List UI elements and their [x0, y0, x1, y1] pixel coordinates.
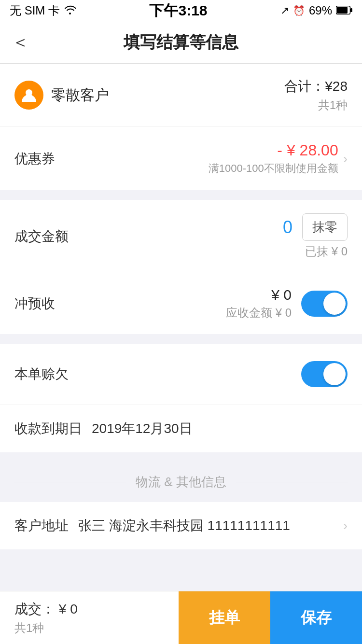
wifi-icon: [64, 4, 76, 17]
status-time: 下午3:18: [149, 1, 207, 21]
prereceive-amounts: ¥ 0 应收金额 ¥ 0: [226, 287, 292, 321]
location-icon: ↗: [280, 4, 289, 17]
debt-section: 本单赊欠 收款到期日 2019年12月30日: [0, 344, 362, 452]
debt-label: 本单赊欠: [14, 365, 69, 383]
alarm-icon: ⏰: [293, 5, 305, 16]
prereceive-right: ¥ 0 应收金额 ¥ 0: [226, 287, 348, 321]
customer-row: 零散客户 合计：¥28 共1种: [0, 64, 362, 126]
round-off-button[interactable]: 抹零: [302, 213, 348, 241]
already-off-text: 已抹 ¥ 0: [254, 244, 348, 259]
bottom-transaction: 成交： ¥ 0: [14, 600, 164, 618]
customer-card: 零散客户 合计：¥28 共1种 优惠券 - ¥ 28.00 满1000-100不…: [0, 64, 362, 190]
bottom-transaction-value: ¥ 0: [59, 602, 78, 616]
content: 零散客户 合计：¥28 共1种 优惠券 - ¥ 28.00 满1000-100不…: [0, 64, 362, 617]
avatar: [14, 81, 43, 110]
debt-toggle-knob: [323, 363, 346, 385]
status-left: 无 SIM 卡: [10, 3, 76, 18]
svg-rect-1: [350, 8, 352, 12]
coupon-row[interactable]: 优惠券 - ¥ 28.00 满1000-100不限制使用金额 ›: [0, 126, 362, 190]
debt-toggle[interactable]: [301, 361, 348, 387]
transaction-input[interactable]: [254, 217, 292, 238]
transaction-row: 成交金额 抹零 已抹 ¥ 0: [0, 200, 362, 273]
battery-percent: 69%: [309, 4, 332, 17]
address-label: 客户地址: [14, 517, 69, 535]
bottom-bar: 成交： ¥ 0 共1种 挂单 保存: [0, 591, 362, 644]
no-sim-text: 无 SIM 卡: [10, 3, 60, 18]
prereceive-row: 冲预收 ¥ 0 应收金额 ¥ 0: [0, 273, 362, 334]
svg-rect-2: [337, 7, 348, 14]
logistics-label: 物流 & 其他信息: [136, 474, 226, 490]
prereceive-main: ¥ 0: [226, 287, 292, 303]
duedate-row: 收款到期日 2019年12月30日: [0, 405, 362, 452]
transaction-label: 成交金额: [14, 227, 69, 246]
chevron-right-icon: ›: [343, 151, 348, 167]
logistics-divider: 物流 & 其他信息: [0, 462, 362, 502]
status-bar: 无 SIM 卡 下午3:18 ↗ ⏰ 69%: [0, 0, 362, 21]
hold-button[interactable]: 挂单: [179, 591, 270, 644]
address-chevron-icon: ›: [343, 518, 348, 533]
customer-summary: 合计：¥28 共1种: [284, 77, 348, 113]
bottom-info: 成交： ¥ 0 共1种: [0, 600, 179, 636]
coupon-label: 优惠券: [14, 150, 55, 168]
save-button[interactable]: 保存: [270, 591, 362, 644]
duedate-value: 2019年12月30日: [92, 420, 193, 438]
prereceive-toggle[interactable]: [301, 291, 348, 317]
coupon-discount: - ¥ 28.00: [209, 141, 338, 159]
customer-count: 共1种: [284, 98, 348, 113]
toggle-knob: [323, 293, 346, 315]
back-button[interactable]: ＜: [12, 30, 29, 54]
prereceive-sub: 应收金额 ¥ 0: [226, 305, 292, 321]
bottom-count: 共1种: [14, 620, 164, 636]
prereceive-label: 冲预收: [14, 294, 55, 313]
debt-row: 本单赊欠: [0, 344, 362, 405]
battery-icon: [336, 4, 352, 17]
customer-name: 零散客户: [51, 85, 109, 105]
duedate-label: 收款到期日: [14, 420, 82, 438]
bottom-transaction-label: 成交：: [14, 602, 55, 616]
coupon-right: - ¥ 28.00 满1000-100不限制使用金额 ›: [209, 141, 348, 176]
transaction-section: 成交金额 抹零 已抹 ¥ 0 冲预收 ¥ 0 应收金额 ¥ 0: [0, 200, 362, 334]
address-row[interactable]: 客户地址 张三 海淀永丰科技园 11111111111 ›: [0, 502, 362, 549]
customer-total: 合计：¥28: [284, 77, 348, 96]
status-right: ↗ ⏰ 69%: [280, 4, 352, 17]
page-title: 填写结算等信息: [124, 31, 238, 54]
nav-bar: ＜ 填写结算等信息: [0, 21, 362, 64]
address-value: 张三 海淀永丰科技园 11111111111: [78, 517, 343, 535]
coupon-desc: 满1000-100不限制使用金额: [209, 161, 338, 176]
customer-left: 零散客户: [14, 81, 109, 110]
